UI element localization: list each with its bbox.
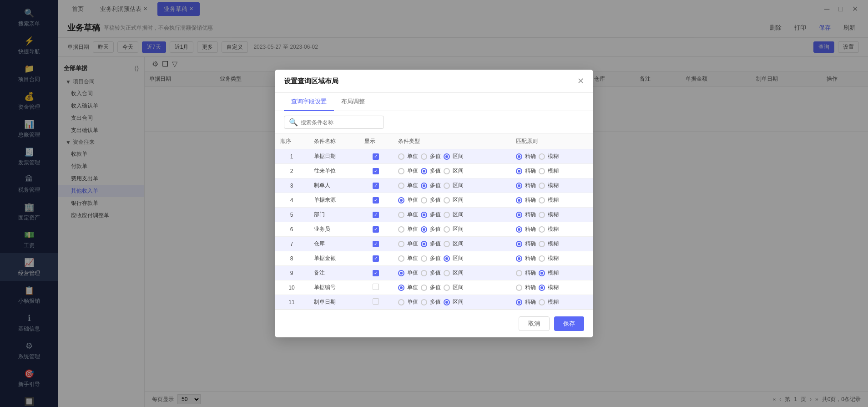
radio-precise[interactable] (516, 285, 522, 291)
radio-fuzzy[interactable] (539, 183, 545, 189)
modal-col-type: 条件类型 (393, 134, 510, 149)
modal-search-area: 🔍 (275, 111, 593, 134)
radio-multi[interactable] (421, 168, 427, 174)
modal-row-show[interactable]: ✓ (359, 237, 393, 251)
radio-multi[interactable] (421, 226, 427, 233)
modal-row-show[interactable]: ✓ (359, 149, 393, 164)
modal-table-row: 3制单人✓单值多值区间精确模糊 (275, 178, 593, 193)
radio-multi[interactable] (421, 270, 427, 276)
radio-multi[interactable] (421, 241, 427, 247)
radio-precise[interactable] (516, 183, 522, 189)
radio-precise[interactable] (516, 153, 522, 160)
modal-row-show[interactable]: ✓ (359, 208, 393, 222)
show-checkbox[interactable]: ✓ (373, 153, 379, 160)
radio-range[interactable] (444, 153, 450, 160)
radio-single[interactable] (398, 183, 404, 189)
modal-row-name: 单据编号 (308, 280, 359, 295)
radio-single[interactable] (398, 168, 404, 174)
modal-row-show[interactable] (359, 280, 393, 295)
radio-precise[interactable] (516, 168, 522, 174)
radio-fuzzy[interactable] (539, 197, 545, 204)
radio-fuzzy[interactable] (539, 241, 545, 247)
radio-multi[interactable] (421, 255, 427, 262)
modal-row-name: 制单日期 (308, 295, 359, 310)
modal-search-icon: 🔍 (289, 118, 298, 127)
radio-range[interactable] (444, 183, 450, 189)
modal-row-match: 精确模糊 (510, 149, 593, 164)
show-checkbox[interactable]: ✓ (373, 270, 379, 276)
modal-row-match: 精确模糊 (510, 295, 593, 310)
modal-row-show[interactable]: ✓ (359, 251, 393, 266)
radio-single[interactable] (398, 153, 404, 160)
radio-precise[interactable] (516, 299, 522, 305)
modal-search-input[interactable] (301, 119, 379, 126)
radio-range[interactable] (444, 197, 450, 204)
radio-single[interactable] (398, 212, 404, 218)
radio-fuzzy[interactable] (539, 299, 545, 305)
radio-range[interactable] (444, 270, 450, 276)
modal-row-name: 单据日期 (308, 149, 359, 164)
radio-fuzzy[interactable] (539, 153, 545, 160)
modal-row-type: 单值多值区间 (393, 222, 510, 237)
show-checkbox[interactable] (373, 298, 379, 305)
radio-range[interactable] (444, 285, 450, 291)
radio-multi[interactable] (421, 197, 427, 204)
radio-precise[interactable] (516, 241, 522, 247)
radio-range[interactable] (444, 299, 450, 305)
modal-row-order: 8 (275, 251, 308, 266)
radio-fuzzy[interactable] (539, 270, 545, 276)
show-checkbox[interactable]: ✓ (373, 241, 379, 247)
radio-multi[interactable] (421, 183, 427, 189)
radio-multi[interactable] (421, 299, 427, 305)
radio-range[interactable] (444, 241, 450, 247)
modal-tab-layout-adjust[interactable]: 布局调整 (334, 93, 372, 111)
radio-fuzzy[interactable] (539, 255, 545, 262)
show-checkbox[interactable]: ✓ (373, 226, 379, 233)
modal-row-match: 精确模糊 (510, 164, 593, 178)
show-checkbox[interactable]: ✓ (373, 212, 379, 218)
modal-tab-field-settings[interactable]: 查询字段设置 (284, 93, 334, 111)
radio-multi[interactable] (421, 285, 427, 291)
radio-range[interactable] (444, 168, 450, 174)
radio-multi[interactable] (421, 153, 427, 160)
radio-precise[interactable] (516, 197, 522, 204)
radio-single[interactable] (398, 299, 404, 305)
radio-precise[interactable] (516, 255, 522, 262)
modal-close-icon[interactable]: ✕ (577, 76, 584, 86)
radio-precise[interactable] (516, 270, 522, 276)
radio-fuzzy[interactable] (539, 168, 545, 174)
modal-row-show[interactable]: ✓ (359, 266, 393, 280)
modal-row-show[interactable]: ✓ (359, 164, 393, 178)
radio-multi[interactable] (421, 212, 427, 218)
modal-row-show[interactable]: ✓ (359, 193, 393, 208)
radio-fuzzy[interactable] (539, 226, 545, 233)
radio-precise[interactable] (516, 226, 522, 233)
modal-save-button[interactable]: 保存 (554, 316, 584, 331)
show-checkbox[interactable]: ✓ (373, 183, 379, 189)
modal-row-show[interactable]: ✓ (359, 178, 393, 193)
show-checkbox[interactable]: ✓ (373, 255, 379, 262)
radio-single[interactable] (398, 197, 404, 204)
radio-range[interactable] (444, 255, 450, 262)
modal-cancel-button[interactable]: 取消 (519, 316, 550, 331)
radio-fuzzy[interactable] (539, 285, 545, 291)
radio-range[interactable] (444, 212, 450, 218)
show-checkbox[interactable]: ✓ (373, 197, 379, 204)
modal-row-match: 精确模糊 (510, 280, 593, 295)
radio-single[interactable] (398, 255, 404, 262)
modal-row-type: 单值多值区间 (393, 295, 510, 310)
radio-range[interactable] (444, 226, 450, 233)
radio-single[interactable] (398, 270, 404, 276)
modal-row-order: 10 (275, 280, 308, 295)
radio-single[interactable] (398, 226, 404, 233)
radio-single[interactable] (398, 241, 404, 247)
show-checkbox[interactable] (373, 284, 379, 290)
radio-single[interactable] (398, 285, 404, 291)
modal-row-order: 4 (275, 193, 308, 208)
modal-row-name: 备注 (308, 266, 359, 280)
radio-precise[interactable] (516, 212, 522, 218)
modal-row-show[interactable] (359, 295, 393, 310)
show-checkbox[interactable]: ✓ (373, 168, 379, 174)
modal-row-show[interactable]: ✓ (359, 222, 393, 237)
radio-fuzzy[interactable] (539, 212, 545, 218)
